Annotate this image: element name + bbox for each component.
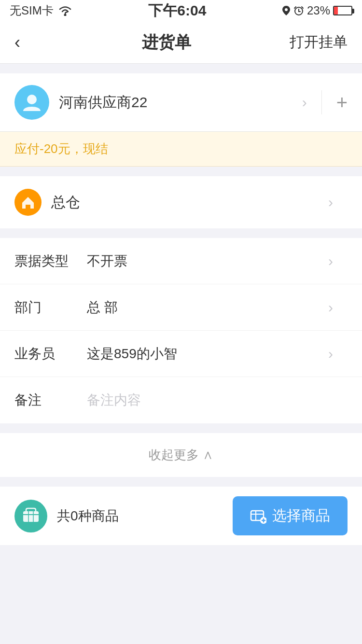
form-section: 票据类型 不开票 › 部门 总 部 › 业务员 这是859的小智 › 备注 备注…	[0, 238, 362, 423]
user-icon	[21, 92, 42, 113]
warehouse-name: 总仓	[51, 193, 328, 212]
back-button[interactable]: ‹	[14, 32, 43, 53]
nav-bar: ‹ 进货单 打开挂单	[0, 21, 362, 64]
status-bar-left: 无SIM卡	[10, 3, 73, 18]
product-count-icon	[14, 500, 47, 532]
svg-line-5	[294, 7, 296, 8]
warehouse-icon	[14, 189, 42, 216]
remark-label: 备注	[14, 391, 77, 409]
svg-point-7	[27, 95, 37, 104]
battery-icon	[333, 6, 352, 15]
invoice-type-value: 不开票	[77, 252, 328, 270]
salesperson-chevron: ›	[328, 346, 333, 362]
warehouse-row[interactable]: 总仓 ›	[0, 176, 362, 228]
supplier-chevron: ›	[302, 94, 307, 111]
svg-rect-9	[23, 511, 39, 522]
section-gap-1	[0, 64, 362, 73]
open-pending-button[interactable]: 打开挂单	[290, 32, 348, 52]
house-icon	[20, 194, 36, 210]
salesperson-row[interactable]: 业务员 这是859的小智 ›	[0, 331, 362, 377]
department-row[interactable]: 部门 总 部 ›	[0, 284, 362, 331]
alarm-icon	[293, 5, 304, 16]
status-bar: 无SIM卡 下午6:04 23%	[0, 0, 362, 21]
supplier-avatar	[14, 85, 49, 120]
salesperson-value: 这是859的小智	[77, 345, 328, 363]
product-bar: 共0种商品 选择商品	[0, 487, 362, 545]
supplier-section: 河南供应商22 › + 应付-20元，现结	[0, 73, 362, 167]
department-label: 部门	[14, 298, 77, 317]
remark-row[interactable]: 备注 备注内容	[0, 377, 362, 423]
supplier-divider	[321, 90, 322, 114]
select-product-icon	[250, 508, 266, 524]
add-supplier-button[interactable]: +	[336, 92, 348, 113]
svg-point-0	[64, 14, 66, 16]
supplier-row[interactable]: 河南供应商22 › +	[0, 73, 362, 132]
invoice-type-label: 票据类型	[14, 252, 77, 270]
department-value: 总 部	[77, 298, 328, 317]
battery-percent: 23%	[307, 4, 330, 17]
remark-input[interactable]: 备注内容	[77, 391, 348, 409]
svg-rect-8	[26, 205, 30, 209]
select-product-button[interactable]: 选择商品	[233, 496, 348, 535]
salesperson-label: 业务员	[14, 345, 77, 363]
warehouse-chevron: ›	[328, 194, 333, 210]
location-icon	[282, 5, 291, 16]
carrier-label: 无SIM卡	[10, 3, 54, 18]
bottom-gray-area	[0, 545, 362, 644]
product-count-text: 共0种商品	[57, 507, 223, 525]
page-title: 进货单	[142, 31, 191, 54]
department-chevron: ›	[328, 299, 333, 316]
gap-1	[0, 167, 362, 176]
supplier-name: 河南供应商22	[59, 93, 302, 112]
invoice-type-row[interactable]: 票据类型 不开票 ›	[0, 238, 362, 284]
svg-line-6	[302, 7, 303, 8]
status-time: 下午6:04	[148, 1, 206, 21]
invoice-type-chevron: ›	[328, 253, 333, 269]
notice-bar: 应付-20元，现结	[0, 132, 362, 167]
cart-icon	[21, 506, 41, 526]
select-product-label: 选择商品	[272, 506, 330, 526]
collapse-button[interactable]: 收起更多 ∧	[0, 433, 362, 477]
status-bar-right: 23%	[282, 4, 352, 17]
wifi-icon	[57, 5, 73, 16]
svg-point-1	[285, 8, 288, 11]
